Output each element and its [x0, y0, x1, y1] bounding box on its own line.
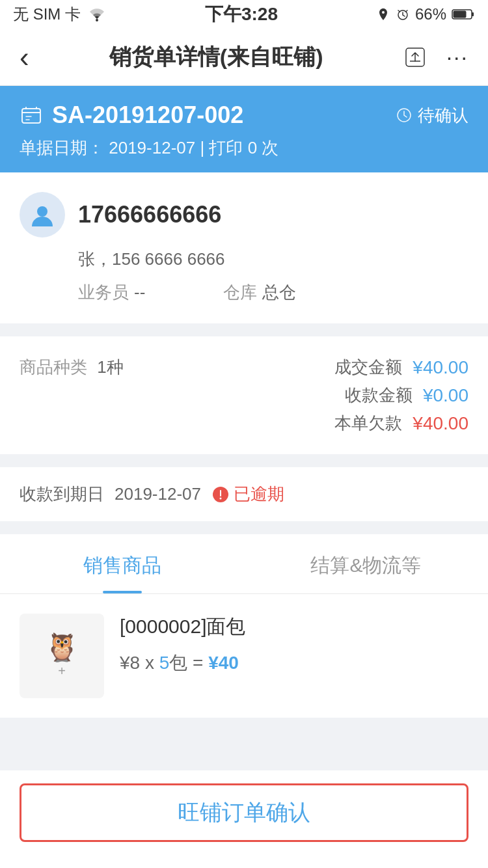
alarm-icon	[396, 7, 410, 21]
transaction-label: 成交金额	[334, 356, 402, 379]
page-title: 销货单详情(来自旺铺)	[109, 42, 323, 72]
confirm-button[interactable]: 旺铺订单确认	[20, 783, 468, 842]
due-date-value: 2019-12-07	[115, 484, 201, 504]
svg-rect-4	[453, 11, 466, 18]
product-item: 🦉 + [0000002]面包 ¥8 x 5包 = ¥40	[0, 594, 488, 718]
confirm-button-wrap: 旺铺订单确认	[0, 770, 488, 868]
share-icon[interactable]	[403, 46, 427, 69]
customer-meta: 业务员 -- 仓库 总仓	[20, 281, 468, 304]
due-date-label: 收款到期日	[20, 483, 104, 506]
product-price: ¥8 x	[120, 653, 159, 673]
received-label: 收款金额	[345, 384, 413, 407]
status-right: 66%	[376, 5, 475, 23]
svg-point-10	[220, 497, 222, 499]
product-type-value: 1种	[97, 357, 123, 377]
product-info: [0000002]面包 ¥8 x 5包 = ¥40	[120, 614, 468, 675]
customer-name: 张，156 6666 6666	[20, 248, 468, 271]
clock-icon	[396, 107, 413, 124]
warehouse-label: 仓库	[223, 281, 257, 304]
status-time: 下午3:28	[205, 2, 278, 27]
order-date: 2019-12-07	[109, 138, 195, 157]
arrears-label: 本单欠款	[334, 412, 402, 435]
avatar	[20, 192, 65, 237]
product-quantity: 5	[159, 653, 170, 673]
arrears-amount: ¥40.00	[413, 413, 468, 434]
tabs-row: 销售商品 结算&物流等	[0, 534, 488, 594]
customer-section: 17666666666 张，156 6666 6666 业务员 -- 仓库 总仓	[0, 172, 488, 323]
print-info: | 打印 0 次	[200, 138, 278, 157]
received-amount: ¥0.00	[423, 385, 468, 406]
svg-rect-3	[472, 12, 474, 16]
tabs-section: 销售商品 结算&物流等 🦉 + [0000002]面包 ¥8 x 5包 = ¥4…	[0, 534, 488, 718]
brand-logo: 🦉	[45, 634, 79, 661]
svg-point-8	[37, 206, 47, 217]
nav-actions: ···	[403, 44, 468, 70]
order-banner: SA-20191207-002 待确认 单据日期： 2019-12-07 | 打…	[0, 86, 488, 172]
transaction-amount: ¥40.00	[413, 357, 468, 378]
brand-plus: +	[58, 664, 66, 679]
due-date-section: 收款到期日 2019-12-07 已逾期	[0, 467, 488, 521]
date-label: 单据日期：	[20, 138, 104, 157]
status-bar: 无 SIM 卡 下午3:28 66%	[0, 0, 488, 29]
more-button[interactable]: ···	[446, 44, 468, 70]
svg-rect-6	[22, 109, 40, 123]
customer-phone: 17666666666	[78, 201, 221, 228]
salesperson-value: --	[134, 282, 145, 303]
product-equals: =	[187, 653, 208, 673]
product-name: [0000002]面包	[120, 614, 468, 640]
overdue-badge: 已逾期	[211, 483, 284, 506]
nav-bar: ‹ 销货单详情(来自旺铺) ···	[0, 29, 488, 86]
location-icon	[376, 7, 390, 21]
product-unit: 包	[169, 653, 187, 673]
back-button[interactable]: ‹	[20, 41, 29, 74]
status-left: 无 SIM 卡	[13, 4, 107, 25]
product-name-text: 面包	[206, 616, 245, 637]
summary-section: 商品种类 1种 成交金额 ¥40.00 收款金额 ¥0.00 本单欠款 ¥40.…	[0, 336, 488, 454]
sim-text: 无 SIM 卡	[13, 4, 81, 25]
order-date-row: 单据日期： 2019-12-07 | 打印 0 次	[20, 137, 468, 159]
tab-sales-products[interactable]: 销售商品	[0, 534, 244, 593]
product-price-row: ¥8 x 5包 = ¥40	[120, 651, 468, 675]
svg-point-0	[96, 19, 98, 21]
battery-icon	[452, 8, 475, 20]
order-id: SA-20191207-002	[52, 102, 243, 129]
warehouse-value: 总仓	[262, 281, 296, 304]
amount-summary: 成交金额 ¥40.00 收款金额 ¥0.00 本单欠款 ¥40.00	[334, 356, 468, 435]
product-total: ¥40	[208, 653, 239, 673]
product-type-info: 商品种类 1种	[20, 356, 124, 435]
order-type-icon	[20, 103, 43, 127]
status-text: 待确认	[418, 104, 468, 127]
product-code: [0000002]	[120, 616, 206, 637]
salesperson-label: 业务员	[78, 281, 129, 304]
tab-settlement[interactable]: 结算&物流等	[244, 534, 488, 593]
order-status: 待确认	[396, 104, 468, 127]
overdue-icon	[211, 485, 230, 504]
product-type-label: 商品种类	[20, 357, 87, 377]
overdue-text: 已逾期	[234, 483, 284, 506]
wifi-icon	[87, 7, 107, 21]
battery-text: 66%	[415, 5, 446, 23]
product-thumbnail: 🦉 +	[20, 614, 104, 698]
